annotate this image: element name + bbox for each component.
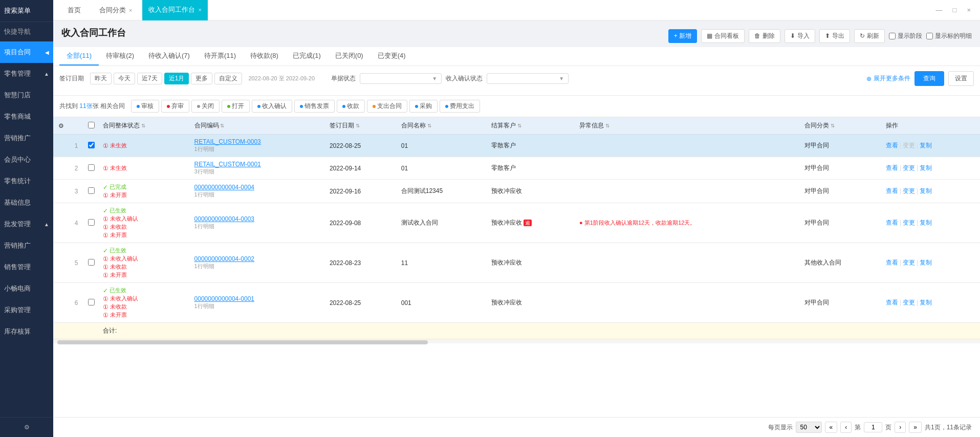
add-button[interactable]: + 新增 (668, 29, 697, 43)
contract-code-link[interactable]: 0000000000004-0002 (194, 255, 254, 263)
op-变更[interactable]: 变更 (903, 164, 915, 171)
op-查看[interactable]: 查看 (886, 259, 898, 266)
per-page-select[interactable]: 50 100 200 (796, 422, 822, 433)
filter-tab-completed[interactable]: 已完成(1) (286, 47, 328, 65)
income-confirm-status-select[interactable]: ▼ (487, 73, 569, 84)
sidebar-nav[interactable]: 快捷导航 (0, 22, 53, 41)
filter-tab-pending_collection[interactable]: 待收款(8) (243, 47, 286, 65)
op-变更[interactable]: 变更 (903, 219, 915, 226)
date-btn-近1月[interactable]: 近1月 (164, 73, 189, 84)
contract-code-link[interactable]: RETAIL_CUSTOM-0003 (194, 138, 261, 145)
first-page-btn[interactable]: « (825, 422, 838, 433)
sidebar-item-retail_stats[interactable]: 零售统计 (0, 170, 53, 192)
minimize-btn[interactable]: — (933, 5, 946, 15)
op-变更[interactable]: 变更 (903, 187, 915, 194)
row-check[interactable] (84, 283, 99, 323)
action-btn-abandon[interactable]: 弃审 (161, 100, 189, 113)
close-btn[interactable]: × (964, 5, 974, 15)
tab-income_contract[interactable]: 收入合同工作台× (142, 0, 207, 20)
sidebar-item-base_info[interactable]: 基础信息 (0, 192, 53, 213)
action-btn-income_confirm[interactable]: 收入确认 (252, 100, 292, 113)
tab-contract_category[interactable]: 合同分类× (91, 0, 140, 20)
action-btn-expense_out[interactable]: 费用支出 (440, 100, 480, 113)
sidebar-item-xiaochangec[interactable]: 小畅电商 (0, 278, 53, 299)
row-check[interactable] (84, 243, 99, 283)
filter-tab-changed[interactable]: 已变更(4) (371, 47, 413, 65)
action-btn-outbound_contract[interactable]: 支出合同 (367, 100, 407, 113)
col-gear[interactable]: ⚙ (53, 117, 69, 135)
contract-code-link[interactable]: RETAIL_CUSTOM-0001 (194, 161, 261, 168)
row-check[interactable] (84, 203, 99, 243)
contract-code-link[interactable]: 0000000000004-0004 (194, 184, 254, 191)
op-变更[interactable]: 变更 (903, 259, 915, 266)
sidebar-item-inventory[interactable]: 库存核算 (0, 321, 53, 342)
tab-home[interactable]: 首页 (59, 0, 89, 20)
contract-code-link[interactable]: 0000000000004-0001 (194, 295, 254, 302)
horizontal-scrollbar[interactable] (53, 339, 980, 343)
page-input[interactable] (864, 422, 882, 432)
doc-status-select[interactable]: ▼ (360, 73, 442, 84)
op-复制[interactable]: 复制 (920, 187, 932, 194)
row-gear[interactable] (53, 135, 69, 157)
date-btn-自定义[interactable]: 自定义 (214, 73, 242, 84)
maximize-btn[interactable]: □ (950, 5, 960, 15)
filter-tab-closed[interactable]: 已关闭(0) (328, 47, 371, 65)
summary-count[interactable]: 11张 (79, 102, 92, 110)
date-btn-近7天[interactable]: 近7天 (137, 73, 162, 84)
date-btn-更多[interactable]: 更多 (191, 73, 212, 84)
query-button[interactable]: 查询 (914, 71, 944, 86)
action-btn-sales_invoice[interactable]: 销售发票 (294, 100, 335, 113)
action-btn-purchase[interactable]: 采购 (409, 100, 438, 113)
op-查看[interactable]: 查看 (886, 142, 898, 149)
filter-tab-pending_income_confirm[interactable]: 待收入确认(7) (141, 47, 197, 65)
sidebar-item-smart_store[interactable]: 智慧门店 (0, 84, 53, 106)
prev-page-btn[interactable]: ‹ (840, 422, 852, 433)
contract-code-link[interactable]: 0000000000004-0003 (194, 215, 254, 223)
sidebar-item-marketing[interactable]: 营销推广 (0, 127, 53, 149)
action-btn-open[interactable]: 打开 (222, 100, 250, 113)
sidebar-item-wholesale_mgmt[interactable]: 批发管理▲ (0, 213, 53, 235)
sidebar-item-retail_mgmt[interactable]: 零售管理▲ (0, 63, 53, 84)
action-btn-review[interactable]: 审核 (131, 100, 159, 113)
export-button[interactable]: ⬆ 导出 (819, 29, 850, 43)
op-变更[interactable]: 变更 (903, 299, 915, 306)
op-复制[interactable]: 复制 (920, 219, 932, 226)
action-btn-close[interactable]: 关闭 (191, 100, 220, 113)
scrollbar-thumb[interactable] (57, 340, 428, 344)
sidebar-search[interactable]: 搜索菜单 (0, 0, 53, 22)
sidebar-item-purchase[interactable]: 采购管理 (0, 299, 53, 321)
delete-button[interactable]: 🗑 删除 (749, 29, 780, 43)
op-查看[interactable]: 查看 (886, 299, 898, 306)
op-查看[interactable]: 查看 (886, 187, 898, 194)
row-gear[interactable] (53, 203, 69, 243)
op-复制[interactable]: 复制 (920, 259, 932, 266)
filter-tab-all[interactable]: 全部(11) (59, 47, 99, 65)
op-复制[interactable]: 复制 (920, 299, 932, 306)
filter-tab-pending_invoice[interactable]: 待开票(11) (197, 47, 243, 65)
last-page-btn[interactable]: » (909, 422, 922, 433)
tab-close-icon[interactable]: × (129, 7, 132, 13)
date-btn-今天[interactable]: 今天 (114, 73, 135, 84)
row-check[interactable] (84, 157, 99, 180)
expand-conditions-btn[interactable]: ⊕ 展开更多条件 (866, 74, 910, 83)
sidebar-item-member[interactable]: 会员中心 (0, 149, 53, 170)
sidebar-item-marketing2[interactable]: 营销推广 (0, 235, 53, 256)
show-details-checkbox[interactable]: 显示标的明细 (926, 32, 972, 40)
row-gear[interactable] (53, 243, 69, 283)
next-page-btn[interactable]: › (895, 422, 906, 433)
op-复制[interactable]: 复制 (920, 142, 932, 149)
row-gear[interactable] (53, 157, 69, 180)
contract-board-button[interactable]: ▦ 合同看板 (701, 29, 745, 43)
tab-close-icon[interactable]: × (198, 7, 201, 13)
filter-tab-pending_review[interactable]: 待审核(2) (99, 47, 141, 65)
show-stages-checkbox[interactable]: 显示阶段 (889, 32, 922, 40)
action-btn-collection[interactable]: 收款 (337, 100, 365, 113)
refresh-button[interactable]: ↻ 刷新 (854, 29, 885, 43)
row-check[interactable] (84, 180, 99, 203)
select-all-checkbox[interactable] (88, 122, 95, 128)
sidebar-item-sales_mgmt[interactable]: 销售管理 (0, 256, 53, 278)
op-复制[interactable]: 复制 (920, 164, 932, 171)
settings-button[interactable]: 设置 (948, 71, 974, 86)
date-btn-昨天[interactable]: 昨天 (90, 73, 112, 84)
sidebar-item-retail_mall[interactable]: 零售商城 (0, 106, 53, 127)
